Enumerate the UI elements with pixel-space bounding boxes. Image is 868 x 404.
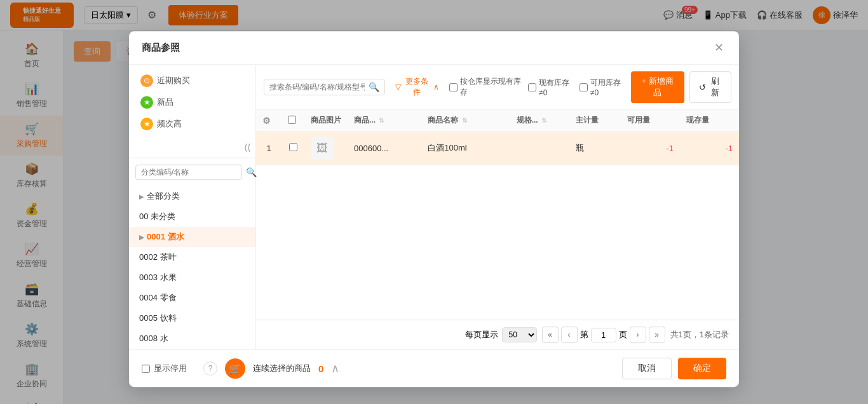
table-header: ⚙ 商品图片 商品... ⇅ [256, 110, 739, 131]
th-name[interactable]: 商品名称 ⇅ [421, 110, 510, 131]
tree-arrow: ▶ [139, 234, 144, 241]
filter-label: 更多条件 [403, 76, 431, 98]
page-navigation: « ‹ 第 页 › » [542, 327, 665, 343]
tree-item-0004[interactable]: 0004 零食 [129, 288, 255, 308]
tree-item-0001[interactable]: ▶ 0001 酒水 [129, 227, 255, 247]
tree-item-0005[interactable]: 0005 饮料 [129, 308, 255, 328]
footer-right: 取消 确定 [622, 358, 726, 379]
row-unit: 瓶 [569, 131, 621, 165]
confirm-button[interactable]: 确定 [678, 358, 726, 379]
filter-button[interactable]: ▽ 更多条件 ∧ [390, 74, 444, 100]
show-disabled-input[interactable] [142, 365, 150, 373]
quick-new[interactable]: ★ 新品 [134, 91, 250, 113]
category-search: 🔍 [129, 161, 255, 184]
category-search-input[interactable] [135, 165, 242, 180]
row-stock: -1 [680, 131, 739, 165]
filter-chevron-icon: ∧ [433, 83, 439, 91]
avail-nonzero-checkbox[interactable]: 可用库存≠0 [580, 77, 626, 97]
add-product-button[interactable]: + 新增商品 [631, 71, 684, 103]
tree-item-label: 0002 茶叶 [139, 252, 177, 263]
th-name-label: 商品名称 [428, 116, 458, 125]
product-reference-dialog: 商品参照 ✕ ⊙ 近期购买 ★ 新品 ★ 频次高 ⟨⟨ [129, 31, 739, 387]
category-tree: ▶ 全部分类 00 未分类 ▶ 0001 酒水 0002 茶叶 0003 水果 [129, 184, 255, 349]
column-settings-icon[interactable]: ⚙ [262, 116, 271, 126]
collapse-button[interactable]: ⟨⟨ [129, 140, 255, 155]
th-gear[interactable]: ⚙ [256, 110, 281, 131]
by-warehouse-checkbox[interactable]: 按仓库显示现有库存 [449, 76, 523, 98]
dialog-header: 商品参照 ✕ [129, 31, 739, 65]
next-page-button[interactable]: › [630, 327, 646, 343]
th-stock: 现存量 [680, 110, 739, 131]
left-panel: ⊙ 近期购买 ★ 新品 ★ 频次高 ⟨⟨ 🔍 [129, 65, 256, 349]
th-code[interactable]: 商品... ⇅ [348, 110, 421, 131]
quick-access: ⊙ 近期购买 ★ 新品 ★ 频次高 [129, 65, 255, 140]
category-search-icon[interactable]: 🔍 [246, 167, 257, 177]
quick-frequent-label: 频次高 [157, 118, 182, 130]
refresh-icon: ↺ [699, 83, 706, 92]
cancel-button[interactable]: 取消 [622, 358, 672, 379]
row-name: 白酒100ml [421, 131, 510, 165]
last-page-button[interactable]: » [649, 327, 665, 343]
th-check[interactable] [281, 110, 304, 131]
table-body: 1 🖼 000600... 白酒100ml [256, 131, 739, 165]
page-number-input[interactable] [591, 328, 616, 342]
th-img: 商品图片 [304, 110, 348, 131]
th-unit[interactable]: 主计量 [569, 110, 621, 131]
frequent-icon: ★ [140, 118, 153, 130]
refresh-button[interactable]: ↺ 刷新 [689, 71, 731, 103]
th-spec[interactable]: 规格... ⇅ [510, 110, 569, 131]
dialog-close-button[interactable]: ✕ [711, 40, 726, 55]
row-check[interactable] [281, 131, 304, 165]
sort-icon: ⇅ [462, 117, 467, 124]
tree-item-all[interactable]: ▶ 全部分类 [129, 186, 255, 206]
th-avail[interactable]: 可用量 [621, 110, 680, 131]
prev-page-button[interactable]: ‹ [561, 327, 578, 343]
per-page-select[interactable]: 10 20 50 100 [502, 327, 537, 342]
product-search-input[interactable] [269, 83, 365, 91]
per-page-selector: 每页显示 10 20 50 100 [465, 327, 537, 342]
stock-nonzero-checkbox[interactable]: 现有库存≠0 [528, 77, 574, 97]
tree-item-label: 0003 水果 [139, 272, 177, 283]
help-icon[interactable]: ? [203, 361, 217, 375]
cart-collapse-icon[interactable]: ∧ [331, 361, 339, 375]
tree-item-0002[interactable]: 0002 茶叶 [129, 247, 255, 267]
cart-icon[interactable]: 🛒 [225, 358, 245, 379]
tree-arrow: ▶ [139, 193, 144, 200]
tree-item-label: 00 未分类 [139, 211, 175, 222]
tree-item-00[interactable]: 00 未分类 [129, 206, 255, 227]
tree-item-0003[interactable]: 0003 水果 [129, 267, 255, 288]
by-warehouse-input[interactable] [449, 83, 458, 91]
first-page-button[interactable]: « [542, 327, 559, 343]
sort-icon: ⇅ [541, 117, 546, 124]
pagination: 每页显示 10 20 50 100 « ‹ 第 页 › » [256, 320, 739, 349]
tree-item-0008[interactable]: 0008 水 [129, 328, 255, 349]
refresh-label: 刷新 [709, 76, 722, 98]
row-avail: -1 [621, 131, 680, 165]
right-toolbar: 🔍 ▽ 更多条件 ∧ 按仓库显示现有库存 现有库存≠0 可用库存≠0 [256, 65, 739, 110]
tree-item-label: 0001 酒水 [147, 231, 184, 243]
quick-frequent[interactable]: ★ 频次高 [134, 113, 250, 135]
show-disabled-checkbox[interactable]: 显示停用 [142, 363, 187, 374]
per-page-label: 每页显示 [465, 329, 498, 340]
cart-section: ? 🛒 连续选择的商品 0 ∧ [203, 358, 339, 379]
product-search-icon[interactable]: 🔍 [369, 82, 379, 92]
stock-nonzero-input[interactable] [528, 83, 536, 91]
product-search-box[interactable]: 🔍 [264, 79, 385, 95]
table-row[interactable]: 1 🖼 000600... 白酒100ml [256, 131, 739, 165]
select-all-checkbox[interactable] [288, 116, 296, 124]
cart-text: 连续选择的商品 [253, 363, 311, 374]
row-checkbox[interactable] [289, 143, 297, 151]
product-table-wrap: ⚙ 商品图片 商品... ⇅ [256, 110, 739, 320]
product-table: ⚙ 商品图片 商品... ⇅ [256, 110, 739, 165]
row-img: 🖼 [304, 131, 348, 165]
tree-item-label: 0008 水 [139, 333, 168, 344]
quick-recent[interactable]: ⊙ 近期购买 [134, 70, 250, 91]
dialog-body: ⊙ 近期购买 ★ 新品 ★ 频次高 ⟨⟨ 🔍 [129, 65, 739, 349]
show-disabled-label: 显示停用 [154, 363, 187, 374]
dialog-footer: 显示停用 ? 🛒 连续选择的商品 0 ∧ 取消 确定 [129, 349, 739, 387]
quick-new-label: 新品 [157, 97, 173, 108]
avail-nonzero-input[interactable] [580, 83, 588, 91]
dialog-title: 商品参照 [142, 42, 180, 54]
by-warehouse-label: 按仓库显示现有库存 [460, 76, 523, 98]
avail-nonzero-label: 可用库存≠0 [590, 77, 626, 97]
